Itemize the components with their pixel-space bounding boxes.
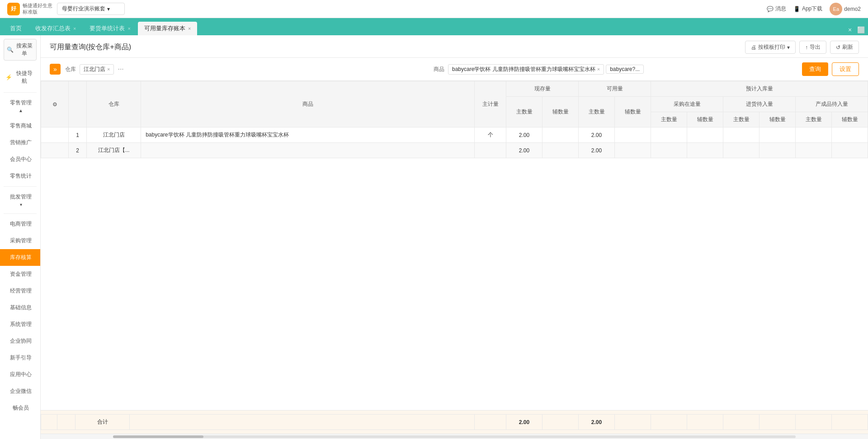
filter-group-goods: 商品 babycare学饮杯 儿童防摔防撞吸管杯重力球吸嘴杯宝宝水杯 × bab… (434, 64, 797, 75)
tab-available[interactable]: 可用量库存账本 × (138, 22, 197, 35)
tab-home[interactable]: 首页 (4, 22, 28, 35)
logo-text: 畅捷通好生意 标准版 (23, 3, 52, 14)
cell-avail-main-0: 2.00 (579, 127, 615, 143)
goods-filter-label: 商品 (434, 66, 444, 73)
sidebar-item-vip[interactable]: 畅会员 (0, 400, 40, 416)
sidebar-divider-3 (4, 213, 37, 214)
top-bar: 好 畅捷通好生意 标准版 母婴行业演示账套 ▾ 💬 消息 📱 App下载 Ea … (0, 0, 868, 18)
refresh-icon: ↺ (836, 44, 840, 51)
sidebar-item-ecommerce[interactable]: 电商管理 (0, 216, 40, 232)
filter-group-warehouse: 仓库 江北门店 × ··· (65, 64, 429, 75)
search-menu-button[interactable]: 🔍 搜索菜单 (4, 39, 37, 61)
refresh-button[interactable]: ↺ 刷新 (830, 41, 859, 54)
warehouse-tag-container: 江北门店 × ··· (80, 64, 429, 75)
top-bar-right: 💬 消息 📱 App下载 Ea demo2 (767, 3, 861, 15)
cell-products-sub-0 (832, 127, 868, 143)
app-download-button[interactable]: 📱 App下载 (793, 5, 822, 13)
tab-receipts-close[interactable]: × (73, 26, 76, 31)
cell-products-main-0 (796, 127, 832, 143)
main-content: 可用量查询(按仓库+商品) 🖨 按模板打印 ▾ ↑ 导出 ↺ 刷新 » (41, 35, 868, 439)
cell-purchase-sub-0 (687, 127, 723, 143)
sidebar-item-enterprise[interactable]: 企业协同 (0, 333, 40, 349)
page-header: 可用量查询(按仓库+商品) 🖨 按模板打印 ▾ ↑ 导出 ↺ 刷新 (41, 35, 868, 58)
maximize-window-button[interactable]: ⬜ (857, 26, 864, 33)
inventory-table: ⚙ 仓库 商品 主计量 现存量 可用量 预计入库量 主数量 辅数量 主数量 辅数… (41, 81, 868, 158)
cell-avail-sub-1 (615, 143, 651, 158)
cell-purchase-main-0 (651, 127, 687, 143)
total-stock-main: 2.00 (506, 415, 542, 430)
cell-stock-sub-1 (542, 143, 579, 158)
sidebar-item-guide[interactable]: 新手引导 (0, 349, 40, 366)
tab-available-close[interactable]: × (188, 26, 191, 31)
sidebar-item-retail-mgmt[interactable]: 零售管理 ▲ (0, 94, 40, 118)
tab-orders-close[interactable]: × (127, 26, 130, 31)
settings-button[interactable]: 设置 (832, 62, 859, 76)
th-settings[interactable]: ⚙ (41, 81, 69, 127)
cell-inbound-sub-1 (760, 143, 796, 158)
sidebar-item-basic-info[interactable]: 基础信息 (0, 299, 40, 316)
cell-products-sub-1 (832, 143, 868, 158)
sidebar: 🔍 搜索菜单 ⚡ 快捷导航 零售管理 ▲ 零售商城 营销推广 会员中心 零售统计 (0, 35, 41, 439)
warehouse-more-icon[interactable]: ··· (116, 65, 125, 73)
message-button[interactable]: 💬 消息 (767, 5, 786, 13)
cell-products-main-1 (796, 143, 832, 158)
sidebar-item-wechat[interactable]: 企业微信 (0, 383, 40, 400)
filter-toggle-button[interactable]: » (50, 64, 61, 75)
user-profile[interactable]: Ea demo2 (830, 3, 861, 15)
sidebar-item-wholesale[interactable]: 批发管理 ▾ (0, 189, 40, 212)
export-icon: ↑ (805, 44, 808, 51)
industry-selector[interactable]: 母婴行业演示账套 ▾ (57, 3, 125, 15)
filter-actions: 查询 设置 (802, 62, 859, 76)
total-label: 合计 (75, 415, 130, 430)
cell-unit-1 (475, 143, 506, 158)
sidebar-item-marketing[interactable]: 营销推广 (0, 134, 40, 151)
close-window-button[interactable]: × (846, 26, 854, 33)
quick-nav-button[interactable]: ⚡ 快捷导航 (4, 68, 37, 87)
total-avail-main: 2.00 (579, 415, 615, 430)
search-icon: 🔍 (7, 47, 14, 53)
chevron-down-icon: ▾ (107, 6, 110, 12)
page-actions: 🖨 按模板打印 ▾ ↑ 导出 ↺ 刷新 (745, 41, 859, 54)
horizontal-scrollbar[interactable] (41, 434, 868, 439)
tab-receipts[interactable]: 收发存汇总表 × (29, 22, 82, 35)
sidebar-item-operations[interactable]: 经营管理 (0, 283, 40, 299)
cell-purchase-main-1 (651, 143, 687, 158)
sidebar-item-inventory[interactable]: 库存核算 (0, 249, 40, 266)
sidebar-item-retail-mall[interactable]: 零售商城 (0, 118, 40, 134)
goods-tag-container: babycare学饮杯 儿童防摔防撞吸管杯重力球吸嘴杯宝宝水杯 × babyca… (448, 64, 797, 75)
filter-area: » 仓库 江北门店 × ··· 商品 babycare学饮杯 儿童防摔防撞吸管杯… (41, 58, 868, 81)
cell-stock-main-0: 2.00 (506, 127, 542, 143)
sidebar-item-system[interactable]: 系统管理 (0, 316, 40, 333)
total-row: 合计 2.00 2.00 (41, 415, 868, 430)
print-icon: 🖨 (751, 44, 756, 51)
sidebar-item-purchase[interactable]: 采购管理 (0, 232, 40, 249)
warehouse-filter-label: 仓库 (65, 66, 76, 73)
cell-stock-sub-0 (542, 127, 579, 143)
message-icon: 💬 (767, 6, 774, 12)
sidebar-item-retail-stats[interactable]: 零售统计 (0, 168, 40, 184)
page-title: 可用量查询(按仓库+商品) (50, 42, 131, 52)
sidebar-item-app-center[interactable]: 应用中心 (0, 366, 40, 383)
download-icon: 📱 (793, 6, 800, 12)
export-button[interactable]: ↑ 导出 (799, 41, 826, 54)
cell-inbound-sub-0 (760, 127, 796, 143)
cell-settings-1 (41, 143, 69, 158)
chevron-up-icon: ▲ (19, 108, 23, 113)
scroll-thumb[interactable] (113, 435, 203, 438)
sidebar-item-finance[interactable]: 资金管理 (0, 266, 40, 283)
cell-warehouse-0: 江北门店 (87, 127, 141, 143)
table-row: 2 江北门店【... 2.00 2.00 (41, 143, 868, 158)
table-footer: 合计 2.00 2.00 (41, 410, 868, 434)
cell-avail-sub-0 (615, 127, 651, 143)
tab-orders[interactable]: 要货单统计表 × (83, 22, 137, 35)
warehouse-tag-close[interactable]: × (107, 66, 110, 72)
print-button[interactable]: 🖨 按模板打印 ▾ (745, 41, 796, 54)
sidebar-item-member[interactable]: 会员中心 (0, 151, 40, 168)
warehouse-tag-0: 江北门店 × (80, 64, 114, 75)
cell-warehouse-1: 江北门店【... (87, 143, 141, 158)
cell-avail-main-1: 2.00 (579, 143, 615, 158)
goods-tag-0-close[interactable]: × (597, 66, 600, 72)
cell-inbound-main-1 (723, 143, 760, 158)
query-button[interactable]: 查询 (802, 62, 828, 76)
nav-tabs: 首页 收发存汇总表 × 要货单统计表 × 可用量库存账本 × × ⬜ (0, 18, 868, 35)
